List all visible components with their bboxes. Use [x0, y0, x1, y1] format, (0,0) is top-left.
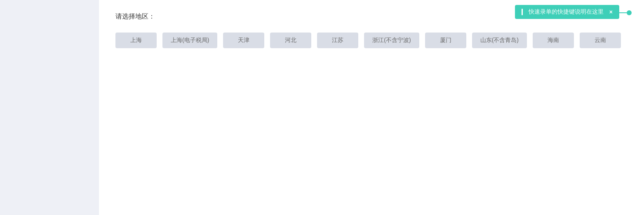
- tooltip-dot: [627, 10, 632, 15]
- region-button-xiamen[interactable]: 厦门: [425, 33, 466, 48]
- region-button-jiangsu[interactable]: 江苏: [317, 33, 358, 48]
- region-button-hebei[interactable]: 河北: [270, 33, 311, 48]
- region-button-tianjin[interactable]: 天津: [223, 33, 264, 48]
- tooltip-close-button[interactable]: ×: [609, 9, 613, 15]
- region-button-hainan[interactable]: 海南: [533, 33, 574, 48]
- region-button-yunnan[interactable]: 云南: [580, 33, 621, 48]
- tooltip-line: [618, 12, 627, 13]
- region-button-shandong[interactable]: 山东(不含青岛): [472, 33, 527, 48]
- region-button-zhejiang[interactable]: 浙江(不含宁波): [364, 33, 419, 48]
- main-content: 请选择地区： 上海上海(电子税局)天津河北江苏浙江(不含宁波)厦门山东(不含青岛…: [99, 0, 644, 215]
- region-button-shanghai-etax[interactable]: 上海(电子税局): [162, 33, 217, 48]
- region-grid: 上海上海(电子税局)天津河北江苏浙江(不含宁波)厦门山东(不含青岛)海南云南: [115, 33, 628, 48]
- tooltip-banner: 快速录单的快捷键说明在这里 ×: [515, 5, 619, 19]
- region-button-shanghai[interactable]: 上海: [115, 33, 157, 48]
- sidebar: [0, 0, 99, 215]
- tooltip-text: 快速录单的快捷键说明在这里: [529, 8, 604, 16]
